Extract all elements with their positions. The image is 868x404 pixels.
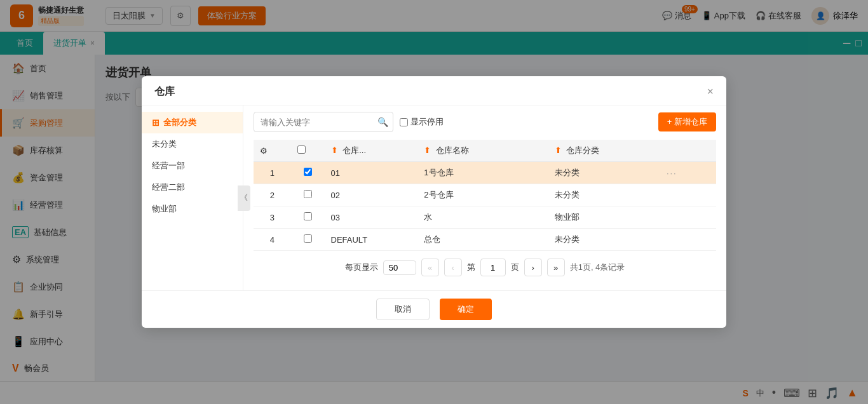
modal-footer: 取消 确定 [142, 290, 726, 328]
col-header-name: ⬆ 仓库名称 [417, 140, 548, 162]
category-item-property[interactable]: 物业部 [142, 198, 243, 220]
row-actions[interactable]: ··· [660, 162, 716, 184]
sort-category-icon: ⬆ [555, 145, 562, 155]
row-checkbox-cell [291, 184, 325, 206]
row-checkbox-cell [291, 229, 325, 251]
col-header-category: ⬆ 仓库分类 [548, 140, 660, 162]
col-header-num: ⚙ [254, 140, 291, 162]
category-item-ops2[interactable]: 经营二部 [142, 177, 243, 198]
gear-col-icon[interactable]: ⚙ [260, 146, 268, 156]
table-row[interactable]: 4 DEFAULT 总仓 未分类 [254, 229, 716, 251]
row-category: 未分类 [548, 229, 660, 251]
search-input[interactable] [254, 112, 393, 132]
row-code: 01 [325, 162, 418, 184]
modal-overlay: 仓库 × ⊞ 全部分类 未分类 经营一部 经营二部 物业部 《 [0, 0, 868, 404]
warehouse-modal: 仓库 × ⊞ 全部分类 未分类 经营一部 经营二部 物业部 《 [142, 76, 726, 328]
row-code: 03 [325, 206, 418, 229]
modal-header: 仓库 × [142, 76, 726, 105]
table-row[interactable]: 2 02 2号仓库 未分类 [254, 184, 716, 206]
row-category: 未分类 [548, 162, 660, 184]
row-name: 1号仓库 [417, 162, 548, 184]
modal-close-button[interactable]: × [707, 85, 714, 98]
row-num: 1 [254, 162, 291, 184]
row-actions[interactable] [660, 206, 716, 229]
sort-name-icon: ⬆ [424, 145, 431, 155]
row-category: 物业部 [548, 206, 660, 229]
modal-title: 仓库 [154, 85, 175, 98]
first-page-button[interactable]: « [421, 259, 439, 276]
row-checkbox-cell [291, 206, 325, 229]
row-code: DEFAULT [325, 229, 418, 251]
table-header: ⚙ ⬆ 仓库... ⬆ 仓库名称 [254, 140, 716, 162]
next-page-button[interactable]: › [524, 259, 542, 276]
table-row[interactable]: 1 01 1号仓库 未分类 ··· [254, 162, 716, 184]
search-icon[interactable]: 🔍 [377, 117, 388, 127]
row-actions[interactable] [660, 184, 716, 206]
row-name: 水 [417, 206, 548, 229]
row-checkbox[interactable] [304, 234, 312, 243]
row-checkbox[interactable] [304, 190, 312, 198]
row-name: 2号仓库 [417, 184, 548, 206]
table-body: 1 01 1号仓库 未分类 ··· 2 02 2号仓库 未分类 3 03 水 物… [254, 162, 716, 251]
row-num: 3 [254, 206, 291, 229]
row-category: 未分类 [548, 184, 660, 206]
add-warehouse-button[interactable]: + 新增仓库 [658, 112, 716, 131]
row-checkbox[interactable] [304, 168, 312, 176]
last-page-button[interactable]: » [547, 259, 565, 276]
row-num: 2 [254, 184, 291, 206]
prev-page-button[interactable]: ‹ [444, 259, 462, 276]
row-actions[interactable] [660, 229, 716, 251]
row-checkbox-cell [291, 162, 325, 184]
search-bar: 🔍 显示停用 + 新增仓库 [254, 112, 716, 132]
pagination-bar: 每页显示 50 100 « ‹ 第 页 › » 共1页, 4条记录 [254, 251, 716, 284]
modal-body: ⊞ 全部分类 未分类 经营一部 经营二部 物业部 《 🔍 [142, 105, 726, 290]
page-input[interactable] [480, 259, 506, 276]
collapse-button[interactable]: 《 [238, 185, 250, 211]
select-all-checkbox[interactable] [297, 145, 306, 154]
col-header-check [291, 140, 325, 162]
cancel-button[interactable]: 取消 [376, 299, 430, 320]
row-num: 4 [254, 229, 291, 251]
row-code: 02 [325, 184, 418, 206]
category-item-ops1[interactable]: 经营一部 [142, 155, 243, 177]
warehouse-table: ⚙ ⬆ 仓库... ⬆ 仓库名称 [254, 140, 716, 251]
category-item-unclassified[interactable]: 未分类 [142, 133, 243, 155]
row-name: 总仓 [417, 229, 548, 251]
page-label: 第 [467, 262, 475, 273]
confirm-button[interactable]: 确定 [440, 299, 492, 320]
per-page-label: 每页显示 [345, 262, 378, 273]
show-disabled-label[interactable]: 显示停用 [400, 116, 444, 128]
search-input-wrap: 🔍 [254, 112, 393, 132]
col-header-code: ⬆ 仓库... [325, 140, 418, 162]
show-disabled-checkbox[interactable] [400, 118, 408, 126]
per-page-select[interactable]: 50 100 [383, 260, 416, 275]
page-suffix: 页 [511, 262, 519, 273]
category-panel: ⊞ 全部分类 未分类 经营一部 经营二部 物业部 《 [142, 105, 243, 290]
category-all-label: 全部分类 [163, 117, 196, 128]
grid-icon: ⊞ [152, 118, 159, 128]
table-row[interactable]: 3 03 水 物业部 [254, 206, 716, 229]
sort-code-icon: ⬆ [331, 145, 338, 155]
col-header-actions [660, 140, 716, 162]
total-info: 共1页, 4条记录 [570, 262, 625, 273]
category-all[interactable]: ⊞ 全部分类 [142, 112, 243, 133]
table-panel: 🔍 显示停用 + 新增仓库 ⚙ [243, 105, 726, 290]
row-checkbox[interactable] [304, 212, 312, 220]
